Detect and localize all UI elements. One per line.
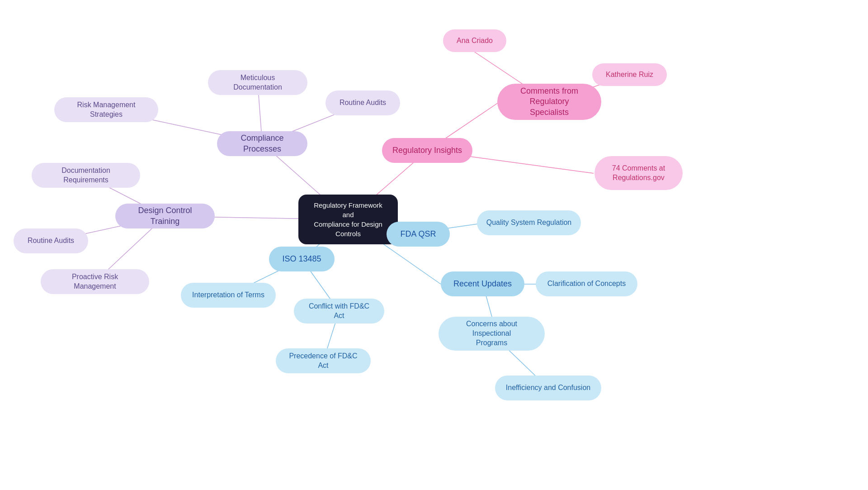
documentation-requirements-label: Documentation Requirements	[41, 166, 131, 185]
proactive-risk-management-node[interactable]: Proactive Risk Management	[41, 269, 149, 294]
comments-74-node[interactable]: 74 Comments at Regulations.gov	[594, 156, 683, 190]
routine-audits-left-label: Routine Audits	[28, 236, 74, 246]
conflict-with-fdc-act-label: Conflict with FD&C Act	[303, 302, 375, 321]
recent-updates-label: Recent Updates	[453, 279, 512, 289]
ana-criado-label: Ana Criado	[457, 36, 493, 46]
conflict-with-fdc-act-node[interactable]: Conflict with FD&C Act	[294, 299, 384, 323]
concerns-inspectional-node[interactable]: Concerns about Inspectional Programs	[439, 317, 545, 351]
center-node[interactable]: Regulatory Framework and Compliance for …	[298, 195, 398, 244]
documentation-requirements-node[interactable]: Documentation Requirements	[32, 163, 140, 188]
quality-system-regulation-node[interactable]: Quality System Regulation	[477, 210, 581, 235]
precedence-of-fdc-act-label: Precedence of FD&C Act	[285, 352, 362, 371]
quality-system-regulation-label: Quality System Regulation	[486, 218, 572, 228]
compliance-processes-label: Compliance Processes	[226, 133, 298, 154]
fda-qsr-label: FDA QSR	[400, 229, 436, 239]
comments-from-specialists-label: Comments from Regulatory Specialists	[506, 86, 592, 118]
recent-updates-node[interactable]: Recent Updates	[441, 271, 524, 296]
risk-management-strategies-label: Risk Management Strategies	[63, 100, 149, 119]
katherine-ruiz-node[interactable]: Katherine Ruiz	[592, 63, 667, 86]
routine-audits-top-label: Routine Audits	[340, 98, 386, 108]
concerns-inspectional-label: Concerns about Inspectional Programs	[448, 319, 536, 347]
comments-from-specialists-node[interactable]: Comments from Regulatory Specialists	[497, 84, 601, 120]
risk-management-strategies-node[interactable]: Risk Management Strategies	[54, 97, 158, 122]
meticulous-documentation-node[interactable]: Meticulous Documentation	[208, 70, 307, 95]
iso-13485-label: ISO 13485	[282, 254, 321, 264]
katherine-ruiz-label: Katherine Ruiz	[606, 70, 653, 80]
fda-qsr-node[interactable]: FDA QSR	[387, 222, 450, 247]
proactive-risk-management-label: Proactive Risk Management	[50, 272, 140, 291]
interpretation-of-terms-label: Interpretation of Terms	[192, 290, 264, 300]
iso-13485-node[interactable]: ISO 13485	[269, 247, 335, 271]
design-control-training-label: Design Control Training	[124, 205, 206, 227]
precedence-of-fdc-act-node[interactable]: Precedence of FD&C Act	[276, 348, 371, 373]
clarification-of-concepts-label: Clarification of Concepts	[547, 279, 626, 289]
routine-audits-top-node[interactable]: Routine Audits	[326, 90, 400, 115]
ana-criado-node[interactable]: Ana Criado	[443, 29, 506, 52]
comments-74-label: 74 Comments at Regulations.gov	[612, 164, 665, 183]
routine-audits-left-node[interactable]: Routine Audits	[14, 228, 88, 253]
interpretation-of-terms-node[interactable]: Interpretation of Terms	[181, 283, 276, 308]
inefficiency-confusion-label: Inefficiency and Confusion	[506, 383, 590, 393]
center-label: Regulatory Framework and Compliance for …	[307, 200, 389, 238]
inefficiency-confusion-node[interactable]: Inefficiency and Confusion	[495, 376, 601, 400]
regulatory-insights-label: Regulatory Insights	[392, 145, 462, 156]
clarification-of-concepts-node[interactable]: Clarification of Concepts	[536, 271, 637, 296]
regulatory-insights-node[interactable]: Regulatory Insights	[382, 138, 472, 163]
compliance-processes-node[interactable]: Compliance Processes	[217, 131, 307, 156]
meticulous-documentation-label: Meticulous Documentation	[217, 73, 298, 92]
design-control-training-node[interactable]: Design Control Training	[115, 204, 215, 228]
